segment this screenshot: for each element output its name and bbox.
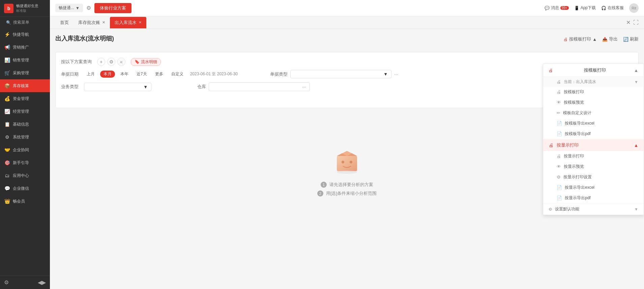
template-design-item[interactable]: ✏ 模板自定义设计 [543, 108, 644, 118]
page-content: 出入库流水(流水明细) 🖨 按模板打印 ▲ 📤 导出 🔄 刷新 [50, 29, 644, 289]
purchase-icon: 🛒 [4, 70, 10, 76]
chevron-up-icon: ▲ [592, 37, 597, 42]
doc-type-dropdown[interactable]: ▼ [290, 70, 391, 78]
date-tab-more[interactable]: 更多 [152, 71, 166, 78]
empty-state-icon [330, 142, 364, 176]
member-icon: 👑 [4, 198, 10, 204]
inventory-icon: 📦 [4, 83, 10, 89]
export-button[interactable]: 📤 导出 [602, 36, 618, 42]
sidebar-logo: b 畅捷通好生意 标准版 [0, 0, 50, 17]
sidebar-item-quick-nav[interactable]: ⚡ 快捷导航 [0, 28, 50, 41]
sidebar-item-system[interactable]: ⚙ 系统管理 [0, 131, 50, 143]
message-icon: 💬 [545, 6, 550, 10]
filter-tag-liushui[interactable]: 🔖 流水明细 [131, 58, 161, 66]
topbar-gear-icon[interactable]: ⚙ [86, 5, 91, 11]
tag-filter-area: 🔖 流水明细 [131, 58, 161, 66]
sidebar-item-cooperation[interactable]: 🤝 企业协同 [0, 143, 50, 156]
display-preview-item[interactable]: 👁 按显示预览 [543, 161, 644, 172]
chevron-down-icon: ▼ [76, 6, 80, 10]
user-avatar[interactable]: Rit [629, 3, 639, 13]
guide-icon: 🎯 [4, 160, 10, 166]
sidebar-item-basic[interactable]: 📋 基础信息 [0, 118, 50, 131]
wechat-icon: 💬 [4, 185, 10, 191]
operations-icon: 📈 [4, 108, 10, 114]
display-group-arrow: ▲ [634, 143, 638, 148]
sidebar-item-marketing[interactable]: 📢 营销推广 [0, 41, 50, 54]
sidebar-item-finance[interactable]: 💰 资金管理 [0, 92, 50, 105]
tabs-bar: 首页 库存批次账 ✕ 出入库流水 ✕ ✕ ⛶ [50, 16, 644, 29]
sidebar: b 畅捷通好生意 标准版 🔍 搜索菜单 ⚡ 快捷导航 📢 营销推广 📊 销售管理… [0, 0, 50, 289]
date-tab-prev-month[interactable]: 上月 [84, 71, 97, 78]
tab-flow-close[interactable]: ✕ [139, 20, 142, 25]
date-tab-this-year[interactable]: 本年 [118, 71, 131, 78]
template-excel-item[interactable]: 📄 按模板导出excel [543, 118, 644, 129]
tab-flow[interactable]: 出入库流水 ✕ [110, 17, 146, 28]
display-print-icon: 🖨 [557, 154, 561, 159]
template-pdf-item[interactable]: 📄 按模板导出pdf [543, 129, 644, 139]
page-title: 出入库流水(流水明细) [55, 34, 114, 43]
svg-rect-0 [337, 156, 357, 171]
doc-type-more-icon[interactable]: ··· [394, 72, 398, 77]
sidebar-item-sales[interactable]: 📊 销售管理 [0, 54, 50, 67]
dropdown-panel: 🖨 按模板打印 ▲ 🖨 当前：出入库流水 ▼ 🖨 按模板打印 👁 按模板预览 [543, 63, 644, 215]
display-group-header[interactable]: 🖨 按显示打印 ▲ [543, 139, 644, 151]
print-template-header-icon: 🖨 [549, 68, 553, 73]
refresh-button[interactable]: 🔄 刷新 [623, 36, 639, 42]
tab-expand-icon[interactable]: ⛶ [633, 20, 639, 26]
display-print-settings-item[interactable]: ⚙ 按显示打印设置 [543, 172, 644, 182]
tab-batch-account[interactable]: 库存批次账 ✕ [74, 17, 110, 28]
display-pdf-item[interactable]: 📄 按显示导出pdf [543, 193, 644, 203]
sidebar-item-guide[interactable]: 🎯 新手引导 [0, 156, 50, 169]
message-button[interactable]: 💬 消息 99+ [545, 5, 569, 11]
empty-step-2: 2 用[选]条件来缩小分析范围 [317, 190, 377, 196]
online-service-button[interactable]: 🎧 在线客服 [601, 5, 624, 11]
collapse-filter-button[interactable]: « [117, 58, 125, 66]
template-print-item[interactable]: 🖨 按模板打印 [543, 87, 644, 97]
warehouse-more-icon[interactable]: ··· [302, 84, 306, 89]
design-sub-icon: ✏ [557, 110, 560, 115]
export-icon: 📤 [602, 37, 608, 42]
excel-sub-icon: 📄 [557, 121, 562, 126]
topbar-right: 💬 消息 99+ 📱 App下载 🎧 在线客服 Rit [545, 3, 639, 13]
date-tab-7days[interactable]: 近7天 [134, 71, 150, 78]
sidebar-item-wechat[interactable]: 💬 企业微信 [0, 182, 50, 195]
main-area: 畅捷通... ▼ ⚙ 体验行业方案 💬 消息 99+ 📱 App下载 🎧 在线客… [50, 0, 644, 289]
display-print-item[interactable]: 🖨 按显示打印 [543, 151, 644, 161]
apps-icon: 🗂 [4, 173, 10, 179]
topbar-left: 畅捷通... ▼ ⚙ 体验行业方案 [55, 3, 545, 13]
marketing-icon: 📢 [4, 44, 10, 50]
date-tab-custom[interactable]: 自定义 [169, 71, 186, 78]
app-download-button[interactable]: 📱 App下载 [574, 5, 596, 11]
tab-batch-account-close[interactable]: ✕ [102, 20, 105, 25]
tab-home[interactable]: 首页 [55, 17, 74, 28]
settings-icon[interactable]: ⚙ [4, 279, 9, 286]
display-excel-item[interactable]: 📄 按显示导出excel [543, 182, 644, 193]
current-item-icon: 🖨 [557, 79, 561, 84]
business-type-dropdown[interactable]: ▼ [84, 83, 151, 91]
dropdown-panel-arrow-up[interactable]: ▲ [634, 68, 638, 73]
collapse-icon[interactable]: ◀▶ [38, 279, 46, 286]
topbar: 畅捷通... ▼ ⚙ 体验行业方案 💬 消息 99+ 📱 App下载 🎧 在线客… [50, 0, 644, 16]
user-display[interactable]: 畅捷通... ▼ [55, 4, 83, 12]
system-icon: ⚙ [4, 134, 10, 140]
template-preview-item[interactable]: 👁 按模板预览 [543, 97, 644, 108]
industry-solution-button[interactable]: 体验行业方案 [94, 3, 131, 13]
set-default-item[interactable]: ⚙ 设置默认功能 ▼ [543, 204, 644, 215]
sidebar-item-apps[interactable]: 🗂 应用中心 [0, 169, 50, 182]
print-template-button[interactable]: 🖨 按模板打印 ▲ [563, 36, 597, 42]
date-tab-this-month[interactable]: 本月 [100, 71, 115, 78]
template-print-group: 🖨 按模板打印 👁 按模板预览 ✏ 模板自定义设计 📄 按模板导出excel 📄 [543, 87, 644, 139]
sidebar-item-operations[interactable]: 📈 经营管理 [0, 105, 50, 118]
sidebar-search[interactable]: 🔍 搜索菜单 [0, 17, 50, 28]
add-filter-button[interactable]: + [97, 58, 105, 66]
sidebar-item-member[interactable]: 👑 畅会员 [0, 195, 50, 208]
tab-close-all-icon[interactable]: ✕ [626, 19, 631, 26]
pdf-sub-icon: 📄 [557, 131, 562, 136]
sidebar-item-purchase[interactable]: 🛒 采购管理 [0, 67, 50, 79]
app-logo-text: 畅捷通好生意 标准版 [16, 3, 38, 13]
warehouse-dropdown[interactable]: ··· [209, 82, 310, 91]
print-sub-icon: 🖨 [557, 89, 561, 95]
sidebar-item-inventory[interactable]: 📦 库存核算 [0, 79, 50, 92]
settings-filter-button[interactable]: ⚙ [107, 58, 115, 66]
quick-nav-icon: ⚡ [4, 31, 10, 37]
